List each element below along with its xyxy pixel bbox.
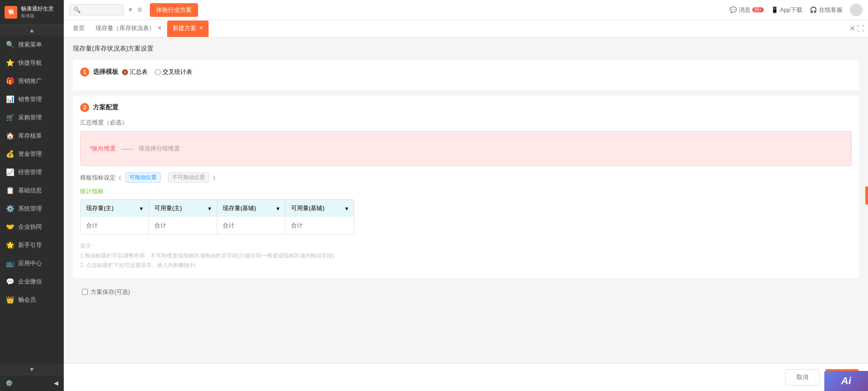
sidebar-item-member-label: 畅会员 [18,296,36,304]
settings-icon[interactable]: ⚙ [137,6,143,13]
tab-new-plan-close[interactable]: ✕ [199,25,203,31]
stats-table-header: 现存量(主) ▾ 可用量(主) ▾ 现存量(基辅) ▾ [81,200,354,217]
sidebar-item-basic-label: 基础信息 [18,186,42,195]
sidebar-item-system[interactable]: ⚙️ 系统管理 [0,200,64,218]
sidebar-item-wechat[interactable]: 💬 企业微信 [0,273,64,291]
sidebar-item-sales-label: 销售管理 [18,95,42,103]
list-icon: 📋 [5,186,15,195]
sidebar-item-basic[interactable]: 📋 基础信息 [0,181,64,200]
stats-col-header-3[interactable]: 可用量(基辅) ▾ [286,200,354,217]
ai-float-button[interactable]: Ai [824,371,868,391]
stats-col-body-3: 合计 [286,217,354,234]
online-service-action[interactable]: 🎧 在线客服 [810,6,842,14]
radio-summary[interactable]: 汇总表 [122,68,148,76]
sidebar-item-inventory[interactable]: 🏠 库存核算 [0,127,64,145]
save-checkbox-input[interactable] [82,289,88,295]
sidebar-item-appcenter[interactable]: 📺 应用中心 [0,254,64,273]
message-icon: 💬 [730,6,737,13]
user-avatar[interactable] [850,4,863,16]
stats-col-header-2[interactable]: 现存量(基辅) ▾ [217,200,286,217]
sidebar-item-marketing[interactable]: 🎁 营销推广 [0,72,64,90]
home-icon: 🏠 [5,131,15,140]
indicator-settings-label: 模板指标设定（ [80,174,122,182]
radio-summary-input[interactable] [122,69,128,75]
step2-badge: 2 [80,103,89,112]
handshake-icon: 🤝 [5,222,15,232]
sidebar-item-operations[interactable]: 📈 经营管理 [0,163,64,181]
radio-cross[interactable]: 交叉统计表 [155,68,192,76]
tip-prefix: 提示： [80,241,852,251]
topbar: 🔍 ▼ ⚙ 体验行业方案 💬 消息 99+ 📱 App下载 🎧 在线客服 [64,0,868,20]
online-service-label: 在线客服 [819,6,842,14]
sidebar-item-search[interactable]: 🔍 搜索菜单 [0,36,64,54]
sidebar-item-guide-label: 新手引导 [18,241,42,249]
save-section: 方案保存(可选) [73,283,859,301]
tab-home-label: 首页 [73,24,85,32]
sidebar-item-guide[interactable]: 🌟 新手引导 [0,236,64,254]
radio-summary-label: 汇总表 [130,68,148,76]
dim-dash: —— [121,145,133,152]
sidebar-item-system-label: 系统管理 [18,205,42,213]
app-download-label: App下载 [780,6,802,14]
stats-col-header-0[interactable]: 现存量(主) ▾ [81,200,149,217]
tips-section: 提示： 1.拖动标题栏可以调整布局，不可跨维度或指标区域拖动栏目字段(只能在同一… [80,241,852,271]
topbar-actions: 💬 消息 99+ 📱 App下载 🎧 在线客服 [730,4,863,16]
sidebar-item-purchase-label: 采购管理 [18,113,42,122]
expand-tab-btn[interactable]: ⛶ [857,24,864,33]
radio-cross-input[interactable] [155,69,161,75]
save-checkbox-label[interactable]: 方案保存(可选) [82,288,130,296]
brand-header: 畅 畅康通好生意 标准版 [0,0,64,25]
radio-cross-label: 交叉统计表 [163,68,192,76]
app-download-action[interactable]: 📱 App下载 [771,6,802,14]
stats-col-body-2: 合计 [217,217,286,234]
search-icon: 🔍 [73,6,81,13]
close-tab-btn[interactable]: ✕ [849,24,855,33]
brand-name: 畅康通好生意 [21,5,54,13]
settings-icon[interactable]: ⚙️ [5,380,13,386]
right-sidebar-toggle[interactable] [865,186,868,205]
chevron-down-icon-0: ▾ [140,205,143,212]
tip-1: 1.拖动标题栏可以调整布局，不可跨维度或指标区域拖动栏目字段(只能在同一维度或指… [80,251,852,261]
sidebar-item-purchase[interactable]: 🛒 采购管理 [0,108,64,127]
content-area: 现存量(库存状况表)方案设置 1 选择模板 汇总表 交叉统计表 [64,37,868,363]
tip-2: 2. 点击标题栏下拉可设置排序、插入列和删除列 [80,261,852,271]
indicator-settings: 模板指标设定（ 可拖动位置 不可拖动位置 ） [80,172,852,183]
collapse-icon[interactable]: ◀ [54,380,58,386]
wechat-icon: 💬 [5,277,15,286]
save-label: 方案保存(可选) [91,288,130,296]
dropdown-icon[interactable]: ▼ [128,6,133,13]
search-input[interactable] [82,7,119,13]
search-icon: 🔍 [5,40,15,49]
sidebar-item-sales[interactable]: 📊 销售管理 [0,90,64,108]
sidebar-item-quicknav[interactable]: ⭐ 快捷导航 [0,54,64,72]
message-label: 消息 [739,6,751,14]
sidebar-item-operations-label: 经营管理 [18,168,42,176]
sidebar-item-enterprise[interactable]: 🤝 企业协同 [0,218,64,236]
sidebar-scroll-down[interactable]: ▼ [0,364,64,375]
tab-home[interactable]: 首页 [67,21,90,37]
cancel-button[interactable]: 取消 [785,369,820,386]
tab-inventory[interactable]: 现存量（库存状况表） ✕ [90,21,167,37]
sidebar-scroll-up[interactable]: ▲ [0,25,64,36]
stats-col-body-label-2: 合计 [223,222,235,229]
tab-new-plan[interactable]: 新建方案 ✕ [167,21,209,37]
dimension-label: 汇总维度（必选） [80,118,852,127]
indicator-draggable-tag: 可拖动位置 [125,172,161,183]
stats-col-header-label-1: 可用量(主) [154,204,182,212]
sidebar-item-wechat-label: 企业微信 [18,278,42,286]
stats-col-header-1[interactable]: 可用量(主) ▾ [149,200,217,217]
message-action[interactable]: 💬 消息 99+ [730,6,764,14]
step1-title: 选择模板 [93,68,118,76]
brand-edition: 标准版 [21,13,54,19]
sidebar-item-member[interactable]: 👑 畅会员 [0,291,64,309]
stats-col-header-label-2: 现存量(基辅) [223,204,256,212]
search-box[interactable]: 🔍 [69,4,124,15]
gear-icon: ⚙️ [5,204,15,213]
main-area: 🔍 ▼ ⚙ 体验行业方案 💬 消息 99+ 📱 App下载 🎧 在线客服 [64,0,868,391]
crown-icon: 👑 [5,295,15,304]
sidebar-item-finance[interactable]: 💰 资金管理 [0,145,64,163]
brand-icon: 畅 [5,6,17,19]
dimension-box[interactable]: *纵向维度 —— 请选择分组维度 [80,131,852,166]
tab-inventory-close[interactable]: ✕ [158,25,162,31]
industry-btn[interactable]: 体验行业方案 [150,3,198,17]
